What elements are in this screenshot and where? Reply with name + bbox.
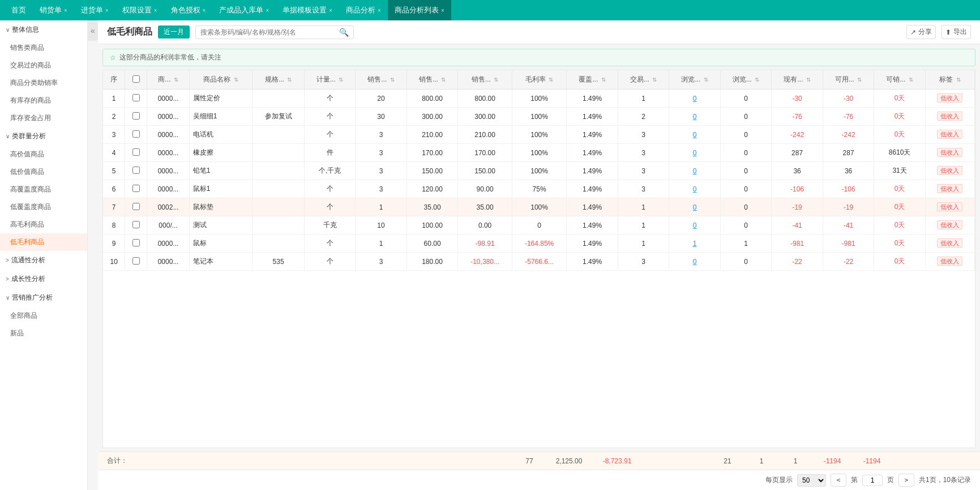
- col-sales-amount[interactable]: 销售... ⇅: [406, 70, 458, 90]
- sidebar-item-全部商品[interactable]: 全部商品: [0, 307, 87, 325]
- sidebar-item-交易过的商品[interactable]: 交易过的商品: [0, 57, 87, 74]
- nav-close-icon[interactable]: ×: [266, 7, 269, 14]
- cell-current-stock: -242: [772, 126, 823, 144]
- cell-check[interactable]: [125, 90, 147, 108]
- nav-item-角色授权[interactable]: 角色授权×: [164, 0, 213, 20]
- col-sales-qty[interactable]: 销售... ⇅: [356, 70, 407, 90]
- prev-page-btn[interactable]: ＜: [831, 474, 846, 487]
- sidebar-item-高毛利商品[interactable]: 高毛利商品: [0, 216, 87, 233]
- nav-close-icon[interactable]: ×: [203, 7, 206, 14]
- row-checkbox[interactable]: [132, 148, 140, 156]
- cell-check[interactable]: [125, 108, 147, 126]
- col-tag[interactable]: 标签 ⇅: [925, 70, 974, 90]
- cell-check[interactable]: [125, 235, 147, 253]
- col-check[interactable]: [125, 70, 147, 90]
- nav-close-icon[interactable]: ×: [105, 7, 109, 14]
- cell-views1[interactable]: 0: [669, 162, 721, 180]
- nav-close-icon[interactable]: ×: [378, 7, 381, 14]
- sidebar-item-商品分类助销率[interactable]: 商品分类助销率: [0, 74, 87, 92]
- cell-name: 鼠标垫: [189, 198, 253, 216]
- sidebar-group-营销推广分析[interactable]: ∨营销推广分析: [0, 288, 87, 307]
- time-filter-button[interactable]: 近一月: [158, 25, 190, 39]
- nav-item-商品分析[interactable]: 商品分析×: [339, 0, 388, 20]
- cell-views1[interactable]: 0: [669, 198, 721, 216]
- nav-item-销货单[interactable]: 销货单×: [33, 0, 74, 20]
- sidebar-item-新品[interactable]: 新品: [0, 325, 87, 342]
- cell-views1[interactable]: 0: [669, 90, 721, 108]
- cell-check[interactable]: [125, 144, 147, 162]
- cell-sales-profit: 0.00: [458, 216, 512, 235]
- notice-icon: ☆: [110, 54, 116, 62]
- nav-item-权限设置[interactable]: 权限设置×: [115, 0, 164, 20]
- nav-item-商品分析列表[interactable]: 商品分析列表×: [388, 0, 451, 20]
- col-views2[interactable]: 浏览... ⇅: [720, 70, 772, 90]
- col-available-stock[interactable]: 可用... ⇅: [823, 70, 874, 90]
- cell-views1[interactable]: 0: [669, 180, 721, 198]
- select-all-checkbox[interactable]: [132, 75, 140, 83]
- row-checkbox[interactable]: [132, 185, 140, 192]
- cell-available-stock: 36: [823, 162, 874, 180]
- row-checkbox[interactable]: [132, 239, 140, 246]
- sidebar-group-整体信息[interactable]: ∨整体信息: [0, 20, 87, 39]
- cell-views1[interactable]: 0: [669, 216, 721, 235]
- cell-views1[interactable]: 0: [669, 144, 721, 162]
- cell-check[interactable]: [125, 198, 147, 216]
- sidebar-group-成长性分析[interactable]: >成长性分析: [0, 270, 87, 288]
- cell-check[interactable]: [125, 253, 147, 271]
- sidebar-item-高覆盖度商品[interactable]: 高覆盖度商品: [0, 181, 87, 198]
- nav-item-单据模板设置[interactable]: 单据模板设置×: [276, 0, 339, 20]
- cell-check[interactable]: [125, 162, 147, 180]
- search-icon[interactable]: 🔍: [339, 28, 349, 37]
- cell-check[interactable]: [125, 180, 147, 198]
- col-gross-rate[interactable]: 毛利率 ⇅: [512, 70, 567, 90]
- col-saleable-stock[interactable]: 可销... ⇅: [874, 70, 926, 90]
- sidebar-item-有库存的商品[interactable]: 有库存的商品: [0, 92, 87, 109]
- sidebar-item-销售类商品[interactable]: 销售类商品: [0, 39, 87, 57]
- cell-views1[interactable]: 0: [669, 108, 721, 126]
- nav-item-首页[interactable]: 首页: [5, 0, 33, 20]
- sidebar-item-高价值商品[interactable]: 高价值商品: [0, 146, 87, 163]
- sidebar-collapse-btn[interactable]: «: [88, 20, 98, 41]
- row-checkbox[interactable]: [132, 130, 140, 138]
- sidebar-item-低价值商品[interactable]: 低价值商品: [0, 163, 87, 181]
- nav-item-进货单[interactable]: 进货单×: [74, 0, 115, 20]
- row-checkbox[interactable]: [132, 112, 140, 120]
- sidebar-item-低覆盖度商品[interactable]: 低覆盖度商品: [0, 198, 87, 216]
- sidebar-group-流通性分析[interactable]: >流通性分析: [0, 251, 87, 270]
- cell-check[interactable]: [125, 126, 147, 144]
- row-checkbox[interactable]: [132, 94, 140, 101]
- cell-views1[interactable]: 0: [669, 253, 721, 271]
- col-name[interactable]: 商品名称 ⇅: [189, 70, 253, 90]
- nav-close-icon[interactable]: ×: [441, 7, 444, 14]
- col-code[interactable]: 商... ⇅: [147, 70, 190, 90]
- next-page-btn[interactable]: ＞: [898, 474, 914, 487]
- export-label: 导出: [953, 27, 967, 37]
- cell-views1[interactable]: 0: [669, 126, 721, 144]
- table-row: 2 0000... 吴细细1 参加复试 个 30 300.00 300.00 1…: [103, 108, 975, 126]
- row-checkbox[interactable]: [132, 167, 140, 174]
- sidebar-item-低毛利商品[interactable]: 低毛利商品: [0, 233, 87, 251]
- col-coverage[interactable]: 覆盖... ⇅: [567, 70, 618, 90]
- col-trade[interactable]: 交易... ⇅: [618, 70, 669, 90]
- row-checkbox[interactable]: [132, 203, 140, 210]
- col-current-stock[interactable]: 现有... ⇅: [772, 70, 823, 90]
- export-button[interactable]: ⬆ 导出: [942, 25, 971, 39]
- sidebar-group-类群量分析[interactable]: ∨类群量分析: [0, 127, 87, 146]
- search-input[interactable]: [200, 28, 339, 36]
- nav-close-icon[interactable]: ×: [329, 7, 332, 14]
- col-unit[interactable]: 计量... ⇅: [304, 70, 356, 90]
- cell-views1[interactable]: 1: [669, 235, 721, 253]
- nav-close-icon[interactable]: ×: [64, 7, 67, 14]
- row-checkbox[interactable]: [132, 257, 140, 265]
- page-number-input[interactable]: [862, 475, 883, 486]
- share-button[interactable]: ↗ 分享: [906, 25, 936, 39]
- col-spec[interactable]: 规格... ⇅: [253, 70, 304, 90]
- row-checkbox[interactable]: [132, 221, 140, 228]
- sidebar-item-库存资金占用[interactable]: 库存资金占用: [0, 109, 87, 127]
- nav-close-icon[interactable]: ×: [154, 7, 157, 14]
- col-sales-profit[interactable]: 销售... ⇅: [458, 70, 512, 90]
- per-page-select[interactable]: 50 100 200: [797, 474, 826, 487]
- nav-item-产成品入库单[interactable]: 产成品入库单×: [212, 0, 276, 20]
- cell-check[interactable]: [125, 216, 147, 235]
- col-views1[interactable]: 浏览... ⇅: [669, 70, 721, 90]
